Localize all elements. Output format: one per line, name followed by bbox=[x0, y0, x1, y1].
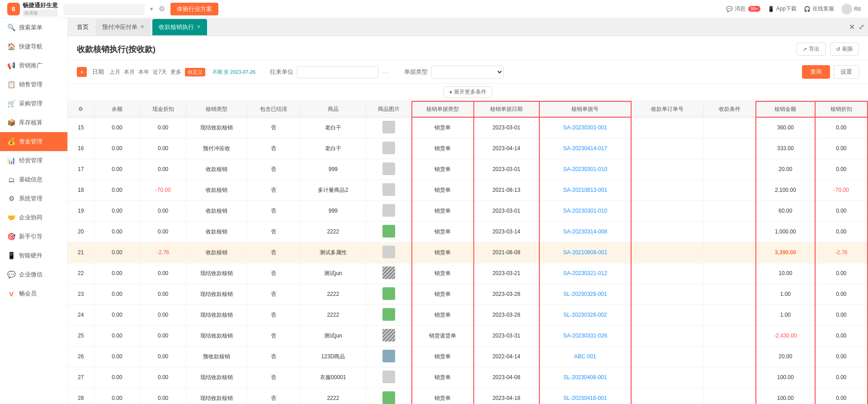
bill-no-link[interactable]: SA-20230331-026 bbox=[563, 333, 607, 339]
sidebar-item-finance[interactable]: 💰 资金管理 bbox=[0, 132, 67, 151]
cell-num: 23 bbox=[68, 284, 94, 304]
tab-prepay[interactable]: 预付冲应付单 ✕ bbox=[96, 19, 151, 35]
cell-product-img bbox=[366, 346, 412, 367]
cell-discount: 0.00 bbox=[140, 138, 186, 159]
cell-writeoff: 0.00 bbox=[815, 159, 868, 180]
sidebar-label-marketing: 营销推广 bbox=[19, 62, 42, 70]
cell-discount: 0.00 bbox=[140, 304, 186, 325]
bill-no-link[interactable]: SA-20230301-010 bbox=[563, 208, 607, 214]
cell-type: 现结收款核销 bbox=[186, 367, 247, 388]
query-button[interactable]: 查询 bbox=[802, 65, 830, 79]
bill-no-link[interactable]: SA-20230301-010 bbox=[563, 166, 607, 172]
cell-product: 2222 bbox=[300, 388, 366, 404]
tab-expand-icon[interactable]: ⤢ bbox=[859, 23, 864, 31]
cell-balance: 0.00 bbox=[94, 388, 140, 404]
sidebar-item-basics[interactable]: 🗂 基础信息 bbox=[0, 170, 67, 189]
sidebar-item-management[interactable]: 📊 经营管理 bbox=[0, 151, 67, 170]
refresh-button[interactable]: ↺ 刷新 bbox=[830, 43, 859, 56]
bill-no-link[interactable]: SL-20230328-002 bbox=[563, 312, 607, 318]
user-name: Rit bbox=[854, 6, 861, 12]
bill-no-link[interactable]: SL-20230418-001 bbox=[563, 395, 607, 401]
cell-receipt-cond bbox=[703, 159, 756, 180]
date-link-more[interactable]: 更多 bbox=[170, 68, 181, 76]
export-button[interactable]: ↗ 导出 bbox=[797, 43, 826, 56]
user-item[interactable]: Rit bbox=[841, 4, 861, 14]
bill-no-link[interactable]: SA-20230414-017 bbox=[563, 145, 607, 152]
sidebar-item-purchase[interactable]: 🛒 采购管理 bbox=[0, 94, 67, 113]
expand-conditions-btn[interactable]: ▾ 展开更多条件 bbox=[443, 86, 492, 98]
cell-receipt-no bbox=[631, 200, 703, 221]
bill-no-link[interactable]: ABC-001 bbox=[574, 353, 596, 360]
cell-bill-date: 2023-03-31 bbox=[474, 325, 539, 346]
bill-no-link[interactable]: SA-20210813-001 bbox=[563, 187, 607, 193]
cell-discount: 0.00 bbox=[140, 159, 186, 180]
tab-bar: 首页 预付冲应付单 ✕ 收款核销执行 ✕ ✕ ⤢ bbox=[68, 18, 868, 36]
cell-product: 123D商品 bbox=[300, 346, 366, 367]
sidebar-item-wechat[interactable]: 💬 企业微信 bbox=[0, 265, 67, 284]
sidebar-item-search[interactable]: 🔍 搜索菜单 bbox=[0, 18, 67, 37]
sidebar-item-guide[interactable]: 🎯 新手引导 bbox=[0, 227, 67, 246]
settings-button[interactable]: 设置 bbox=[834, 65, 859, 79]
cell-product: 测试多属性 bbox=[300, 242, 366, 263]
cell-num: 20 bbox=[68, 221, 94, 242]
date-link-custom[interactable]: 自定义 bbox=[185, 68, 205, 76]
sidebar-label-hardware: 智能硬件 bbox=[19, 252, 42, 260]
cell-included: 否 bbox=[247, 346, 300, 367]
cell-bill-type: 销货退货单 bbox=[412, 325, 474, 346]
tab-writeoff-close[interactable]: ✕ bbox=[197, 24, 201, 30]
tab-controls: ✕ ⤢ bbox=[849, 23, 864, 31]
date-link-7days[interactable]: 近7天 bbox=[153, 68, 167, 76]
home-icon: 🏠 bbox=[7, 43, 15, 51]
date-link-this-year[interactable]: 本年 bbox=[138, 68, 149, 76]
th-settings[interactable]: ⚙ bbox=[68, 101, 94, 117]
tab-home[interactable]: 首页 bbox=[71, 19, 94, 35]
bill-no-link[interactable]: SL-20230408-001 bbox=[563, 374, 607, 380]
cell-receipt-cond bbox=[703, 200, 756, 221]
bill-type-label: 单据类型 bbox=[404, 68, 428, 76]
cell-bill-type: 销货单 bbox=[412, 200, 474, 221]
tab-writeoff[interactable]: 收款核销执行 ✕ bbox=[152, 19, 207, 35]
gear-icon[interactable]: ⚙ bbox=[159, 5, 165, 13]
cell-included: 否 bbox=[247, 388, 300, 404]
bill-no-link[interactable]: SA-20230301-001 bbox=[563, 124, 607, 131]
cell-discount: 0.00 bbox=[140, 284, 186, 304]
sidebar-item-collab[interactable]: 🤝 企业协同 bbox=[0, 208, 67, 227]
sidebar-item-nav[interactable]: 🏠 快捷导航 bbox=[0, 37, 67, 56]
solution-btn[interactable]: 体验行业方案 bbox=[170, 3, 218, 15]
sidebar-item-hardware[interactable]: 📱 智能硬件 bbox=[0, 246, 67, 265]
date-range-display: 不限 至 2023-07-26 bbox=[212, 69, 255, 76]
sidebar-item-inventory[interactable]: 📦 库存核算 bbox=[0, 113, 67, 132]
th-type: 核销类型 bbox=[186, 101, 247, 117]
service-item[interactable]: 🎧 在线客服 bbox=[804, 5, 834, 13]
filter-toggle[interactable]: » bbox=[77, 67, 87, 77]
cell-product: 999 bbox=[300, 159, 366, 180]
counterpart-input[interactable] bbox=[297, 66, 378, 78]
dropdown-arrow[interactable]: ▾ bbox=[150, 5, 153, 12]
app-download-item[interactable]: 📱 App下载 bbox=[768, 5, 797, 13]
cell-receipt-no bbox=[631, 388, 703, 404]
bill-type-select[interactable] bbox=[431, 66, 504, 79]
tab-prepay-close[interactable]: ✕ bbox=[140, 24, 144, 30]
date-link-this-month[interactable]: 本月 bbox=[124, 68, 135, 76]
cell-bill-date: 2023-03-01 bbox=[474, 200, 539, 221]
bill-no-link[interactable]: SA-20230314-008 bbox=[563, 228, 607, 235]
cell-bill-date: 2022-04-14 bbox=[474, 346, 539, 367]
sidebar-label-collab: 企业协同 bbox=[19, 214, 42, 222]
sidebar-item-sales[interactable]: 📋 销售管理 bbox=[0, 75, 67, 94]
th-receipt-cond: 收款条件 bbox=[703, 101, 756, 117]
bill-no-link[interactable]: SL-20230328-001 bbox=[563, 291, 607, 297]
cell-discount: -70.00 bbox=[140, 180, 186, 200]
tab-close-all-icon[interactable]: ✕ bbox=[849, 23, 855, 31]
sidebar-label-basics: 基础信息 bbox=[19, 176, 42, 184]
sidebar-item-marketing[interactable]: 📢 营销推广 bbox=[0, 56, 67, 75]
sidebar-item-member[interactable]: V 畅会员 bbox=[0, 284, 67, 303]
bill-no-link[interactable]: SA-20230321-012 bbox=[563, 270, 607, 276]
cell-included: 否 bbox=[247, 367, 300, 388]
notification-item[interactable]: 💬 消息 99+ bbox=[726, 5, 760, 13]
address-bar[interactable] bbox=[63, 4, 145, 14]
bill-no-link[interactable]: SA-20210808-001 bbox=[563, 249, 607, 256]
sidebar-item-system[interactable]: ⚙ 系统管理 bbox=[0, 189, 67, 208]
date-link-last-month[interactable]: 上月 bbox=[109, 68, 120, 76]
table-container[interactable]: ⚙ 余额 现金折扣 核销类型 包含已结清 商品 商品图片 核销单据类型 核销单据… bbox=[68, 101, 868, 404]
sidebar-label-system: 系统管理 bbox=[19, 195, 42, 203]
